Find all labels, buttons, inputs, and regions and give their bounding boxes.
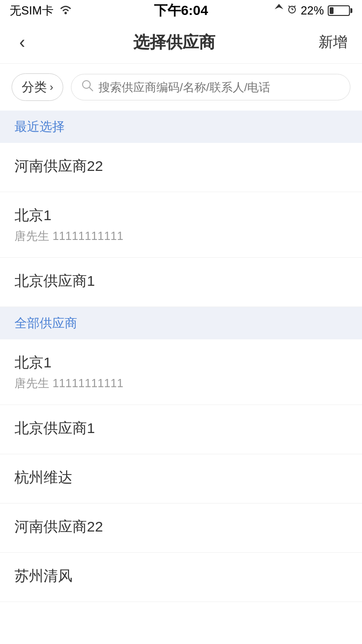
svg-line-7 [89, 87, 93, 91]
list-item[interactable]: 苏州清风 [0, 553, 362, 602]
item-name: 杭州维达 [14, 468, 348, 488]
list-item[interactable]: 北京供应商1 [0, 405, 362, 454]
item-sub: 唐先生 11111111111 [14, 376, 348, 391]
item-name: 北京1 [14, 353, 348, 373]
recent-items-list: 河南供应商22北京1唐先生 11111111111北京供应商1 [0, 143, 362, 307]
category-label: 分类 [22, 79, 47, 96]
add-button[interactable]: 新增 [319, 32, 348, 52]
page-title: 选择供应商 [133, 31, 215, 54]
search-icon [81, 79, 94, 95]
carrier-text: 无SIM卡 [10, 3, 54, 18]
svg-line-5 [294, 6, 295, 7]
alarm-icon [287, 4, 297, 17]
all-section-header: 全部供应商 [0, 307, 362, 339]
chevron-right-icon: › [50, 81, 53, 94]
all-section-label: 全部供应商 [14, 316, 77, 330]
item-name: 北京供应商1 [14, 419, 348, 438]
status-time: 下午6:04 [154, 1, 208, 20]
svg-point-0 [64, 12, 67, 14]
item-name: 北京供应商1 [14, 271, 348, 291]
list-item[interactable]: 河南供应商22 [0, 504, 362, 553]
svg-line-4 [289, 6, 290, 7]
list-item[interactable]: 北京1唐先生 11111111111 [0, 339, 362, 405]
item-name: 苏州清风 [14, 566, 348, 586]
item-sub: 唐先生 11111111111 [14, 228, 348, 244]
all-items-list: 北京1唐先生 11111111111北京供应商1杭州维达河南供应商22苏州清风 [0, 339, 362, 602]
battery-percentage: 22% [301, 4, 324, 17]
search-input[interactable] [98, 81, 340, 94]
recent-section-label: 最近选择 [14, 119, 65, 134]
wifi-icon [58, 4, 73, 17]
location-icon [275, 4, 283, 17]
filter-bar: 分类 › [0, 64, 362, 111]
category-button[interactable]: 分类 › [12, 73, 63, 101]
list-item[interactable]: 北京供应商1 [0, 258, 362, 307]
search-box [71, 74, 350, 100]
status-right: 22% [275, 4, 352, 17]
status-left: 无SIM卡 [10, 3, 73, 18]
nav-bar: ‹ 选择供应商 新增 [0, 21, 362, 64]
recent-section-header: 最近选择 [0, 111, 362, 143]
back-button[interactable]: ‹ [14, 28, 30, 57]
item-name: 北京1 [14, 206, 348, 225]
list-item[interactable]: 杭州维达 [0, 454, 362, 504]
battery-icon [328, 5, 352, 16]
item-name: 河南供应商22 [14, 156, 348, 176]
item-name: 河南供应商22 [14, 517, 348, 537]
list-item[interactable]: 北京1唐先生 11111111111 [0, 192, 362, 258]
status-bar: 无SIM卡 下午6:04 [0, 0, 362, 21]
list-item[interactable]: 河南供应商22 [0, 143, 362, 192]
